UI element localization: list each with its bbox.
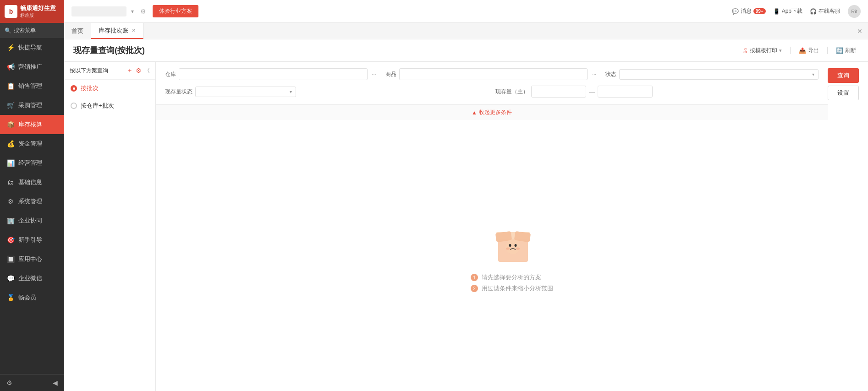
tab-close-icon[interactable]: ✕ <box>132 27 136 33</box>
guide-icon: 🎯 <box>6 236 15 244</box>
marketing-icon: 📢 <box>6 63 15 71</box>
warehouse-input[interactable] <box>179 68 368 80</box>
status-select[interactable]: ▾ <box>619 69 819 80</box>
tab-close-far-icon[interactable]: ✕ <box>852 27 868 35</box>
purchase-icon: 🛒 <box>6 101 15 109</box>
settings-button[interactable]: 设置 <box>828 86 859 100</box>
warehouse-label: 仓库 <box>165 71 176 78</box>
sidebar-item-system[interactable]: ⚙ 系统管理 <box>0 192 64 211</box>
user-profile[interactable]: Rit <box>848 5 861 18</box>
app-logo: b <box>5 5 17 18</box>
hint-text-2: 用过滤条件来缩小分析范围 <box>482 284 553 293</box>
online-service-button[interactable]: 🎧 在线客服 <box>810 7 841 15</box>
message-button[interactable]: 💬 消息 99+ <box>732 7 766 15</box>
tab-home[interactable]: 首页 <box>64 23 91 39</box>
scheme-by-batch[interactable]: 按批次 <box>64 80 155 97</box>
collapse-bar[interactable]: ▲ 收起更多条件 <box>156 104 828 120</box>
sidebar-search[interactable]: 🔍 搜索菜单 <box>0 23 64 38</box>
sidebar-item-sales[interactable]: 📋 销售管理 <box>0 76 64 96</box>
settings-icon[interactable]: ⚙ <box>6 379 12 386</box>
warehouse-filter-group: 仓库 ··· <box>165 68 378 80</box>
app-download-button[interactable]: 📱 App下载 <box>773 7 802 15</box>
sidebar-item-enterprise[interactable]: 🏢 企业协同 <box>0 211 64 230</box>
sidebar: b 畅康通好生意 标准版 🔍 搜索菜单 ⚡ 快捷导航 📢 营销推广 📋 销售管理… <box>0 0 64 391</box>
export-label: 导出 <box>808 47 819 54</box>
sidebar-item-quick-nav[interactable]: ⚡ 快捷导航 <box>0 38 64 57</box>
goods-more-icon[interactable]: ··· <box>590 71 598 77</box>
export-button[interactable]: 📤 导出 <box>796 45 822 56</box>
topbar: ▾ ⚙ 体验行业方案 💬 消息 99+ 📱 App下载 🎧 在线客服 Rit <box>64 0 868 23</box>
topbar-gear-icon[interactable]: ⚙ <box>140 8 146 15</box>
inventory-qty-group: 现存量（主） — <box>495 86 819 98</box>
sidebar-item-base[interactable]: 🗂 基础信息 <box>0 173 64 192</box>
refresh-label: 刷新 <box>845 47 856 54</box>
sidebar-item-label: 新手引导 <box>18 236 42 244</box>
status-chevron-icon: ▾ <box>812 72 814 77</box>
sidebar-item-label: 资金管理 <box>18 140 42 148</box>
filter-row-2: 现存量状态 ▾ 现存量（主） — <box>165 86 819 98</box>
content-area: 按以下方案查询 ＋ ⚙ 《 按批次 按仓库+批次 <box>64 62 868 391</box>
status-filter-group: 状态 ▾ <box>605 69 819 80</box>
sidebar-item-guide[interactable]: 🎯 新手引导 <box>0 230 64 250</box>
avatar: Rit <box>848 5 861 18</box>
refresh-icon: 🔄 <box>836 47 843 54</box>
sales-icon: 📋 <box>6 82 15 90</box>
hint-number-1: 1 <box>471 274 478 281</box>
goods-input[interactable] <box>399 68 588 80</box>
sidebar-item-finance[interactable]: 💰 资金管理 <box>0 134 64 153</box>
message-badge: 99+ <box>753 8 766 14</box>
inventory-qty-label: 现存量（主） <box>495 88 528 96</box>
left-panel-header: 按以下方案查询 ＋ ⚙ 《 <box>64 62 155 80</box>
print-template-button[interactable]: 🖨 按模板打印 ▾ <box>739 45 785 56</box>
hint-item-1: 1 请先选择要分析的方案 <box>471 273 553 282</box>
dot-inner <box>73 87 75 90</box>
svg-point-4 <box>505 239 520 254</box>
phone-icon: 📱 <box>773 8 780 15</box>
base-icon: 🗂 <box>6 178 15 186</box>
sidebar-item-wechat[interactable]: 💬 企业微信 <box>0 269 64 288</box>
hint-number-2: 2 <box>471 285 478 292</box>
inventory-qty-from[interactable] <box>531 86 586 98</box>
sidebar-item-member[interactable]: 🏅 畅会员 <box>0 288 64 307</box>
sidebar-item-marketing[interactable]: 📢 营销推广 <box>0 57 64 76</box>
inventory-status-select[interactable]: ▾ <box>195 87 296 97</box>
message-icon: 💬 <box>732 8 739 15</box>
filter-area: 仓库 ··· 商品 ··· 状态 <box>156 62 828 104</box>
goods-filter-group: 商品 ··· <box>385 68 599 80</box>
page-header: 现存量查询(按批次) 🖨 按模板打印 ▾ 📤 导出 🔄 刷新 <box>64 39 868 62</box>
sidebar-item-operation[interactable]: 📊 经营管理 <box>0 153 64 173</box>
scheme-settings-icon[interactable]: ⚙ <box>136 67 142 74</box>
left-panel-icons: ＋ ⚙ 《 <box>126 66 150 75</box>
search-label: 搜索菜单 <box>14 27 36 34</box>
sidebar-item-purchase[interactable]: 🛒 采购管理 <box>0 96 64 115</box>
sidebar-item-apps[interactable]: 🔲 应用中心 <box>0 250 64 269</box>
wechat-icon: 💬 <box>6 274 15 282</box>
collapse-sidebar-icon[interactable]: ◀ <box>53 379 58 386</box>
empty-svg <box>489 218 539 269</box>
nav-chevron-icon[interactable]: ▾ <box>131 8 134 15</box>
inventory-status-label: 现存量状态 <box>165 88 192 96</box>
left-panel-collapse-icon[interactable]: 《 <box>144 67 150 75</box>
empty-state: 1 请先选择要分析的方案 2 用过滤条件来缩小分析范围 <box>156 120 868 391</box>
filter-fields: 仓库 ··· 商品 ··· 状态 <box>156 62 828 120</box>
sidebar-item-label: 畅会员 <box>18 293 36 302</box>
tabbar: 首页 库存批次账 ✕ ✕ <box>64 23 868 39</box>
page-title: 现存量查询(按批次) <box>73 45 145 61</box>
inventory-status-group: 现存量状态 ▾ <box>165 87 488 97</box>
sidebar-item-inventory[interactable]: 📦 库存核算 <box>0 115 64 134</box>
tab-inventory-batch[interactable]: 库存批次账 ✕ <box>91 23 143 39</box>
sidebar-item-label: 基础信息 <box>18 178 42 186</box>
query-button[interactable]: 查询 <box>828 68 859 83</box>
refresh-button[interactable]: 🔄 刷新 <box>833 45 859 56</box>
trial-button[interactable]: 体验行业方案 <box>153 5 198 17</box>
warehouse-more-icon[interactable]: ··· <box>370 71 378 77</box>
empty-illustration <box>489 218 535 264</box>
nav-input[interactable] <box>71 6 126 16</box>
add-scheme-icon[interactable]: ＋ <box>126 66 133 75</box>
inactive-dot <box>71 103 77 109</box>
message-label: 消息 <box>741 7 752 15</box>
collapse-label: 收起更多条件 <box>479 109 512 116</box>
hint-text-1: 请先选择要分析的方案 <box>482 273 541 282</box>
scheme-by-warehouse-batch[interactable]: 按仓库+批次 <box>64 97 155 114</box>
inventory-qty-to[interactable] <box>598 86 653 98</box>
